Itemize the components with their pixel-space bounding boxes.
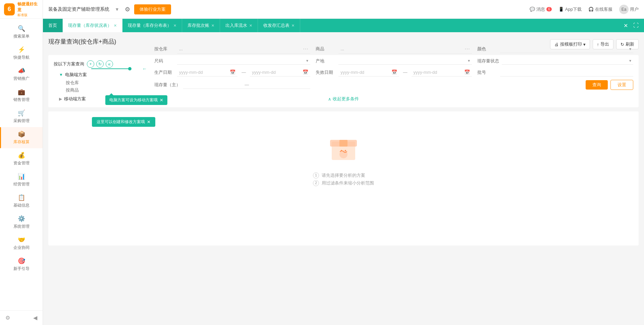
origin-chevron-icon: ▾ <box>468 58 470 63</box>
empty-illustration <box>323 131 364 166</box>
collapse-up-icon: ∧ <box>328 97 331 102</box>
warehouse-dots-icon[interactable]: ⋯ <box>303 46 308 52</box>
sidebar-item-system[interactable]: ⚙️ 系统管理 <box>0 212 43 233</box>
tab-batch[interactable]: 库存批次账 ✕ <box>182 19 220 32</box>
sidebar-item-purchase[interactable]: 🛒 采购管理 <box>0 106 43 127</box>
tab-close-batch[interactable]: ✕ <box>211 23 214 28</box>
sidebar-item-marketing[interactable]: 📣 营销推广 <box>0 64 43 85</box>
origin-select[interactable]: ▾ <box>338 57 472 65</box>
tab-close-inventory-status[interactable]: ✕ <box>114 23 117 28</box>
stock-status-chevron: ▾ <box>629 58 631 63</box>
refresh-scheme-btn[interactable]: ↻ <box>96 60 104 68</box>
scheme-mobile-label[interactable]: 移动端方案 <box>64 96 86 102</box>
tab-close-collect[interactable]: ✕ <box>291 23 294 28</box>
sidebar-item-basic[interactable]: 📋 基础信息 <box>0 191 43 212</box>
app-download-action[interactable]: 📱 App下载 <box>558 6 582 12</box>
mfg-date-input[interactable]: yyyy-mm-dd 📅 <box>177 68 237 76</box>
search-icon: 🔍 <box>18 25 25 32</box>
collapse-sidebar-icon[interactable]: ◀ <box>33 315 37 321</box>
add-scheme-btn[interactable]: + <box>87 60 94 68</box>
product-dots-icon[interactable]: ⋯ <box>465 46 470 52</box>
topbar-left: 装备及固定资产辅助管理系统 ▾ ⚙ 体验行业方案 <box>48 4 171 14</box>
tooltip-edit-close[interactable]: ✕ <box>147 119 151 124</box>
tabs-bar: 首页 现存量（库存状况表） ✕ 现存量（库存分布表） ✕ 库存批次账 ✕ 出入库… <box>43 19 644 32</box>
filter-size: 尺码 ▾ <box>154 57 310 65</box>
online-support-action[interactable]: 🎧 在线客服 <box>588 6 612 12</box>
tab-inout[interactable]: 出入库流水 ✕ <box>220 19 258 32</box>
inventory-icon: 📦 <box>18 130 25 138</box>
stock-status-select[interactable]: ▾ <box>502 57 633 65</box>
size-select[interactable]: ▾ <box>177 57 310 65</box>
filter-warehouse: 按仓库 ... ⋯ <box>154 44 310 54</box>
exp-date-end-cal-icon[interactable]: 📅 <box>464 69 470 75</box>
sidebar-item-quick[interactable]: ⚡ 快捷导航 <box>0 43 43 64</box>
filter-row1: 按仓库 ... ⋯ 商品 ... ⋯ 颜色 <box>154 44 633 54</box>
svg-rect-2 <box>339 140 347 147</box>
filter-product: 商品 ... ⋯ <box>316 44 472 54</box>
system-name: 装备及固定资产辅助管理系统 <box>48 6 109 12</box>
sidebar-item-guide[interactable]: 🎯 新手引导 <box>0 254 43 275</box>
finance-icon: 💰 <box>18 152 25 159</box>
tab-collect[interactable]: 收发存汇总表 ✕ <box>258 19 300 32</box>
query-button[interactable]: 查询 <box>586 80 608 90</box>
sidebar-item-sales[interactable]: 💼 销售管理 <box>0 85 43 106</box>
color-chevron-icon: ▾ <box>629 47 631 51</box>
marketing-icon: 📣 <box>18 67 25 74</box>
purchase-icon: 🛒 <box>18 109 25 117</box>
sidebar-item-enterprise[interactable]: 🤝 企业协同 <box>0 233 43 254</box>
collapse-btn[interactable]: ∧ 收起更多条件 <box>328 96 359 102</box>
system-dropdown-btn[interactable]: ▾ <box>113 6 121 13</box>
mfg-date-end-cal-icon[interactable]: 📅 <box>303 69 308 75</box>
sidebar-item-finance[interactable]: 💰 资金管理 <box>0 148 43 169</box>
headset-icon: 🎧 <box>588 7 594 12</box>
basic-icon: 📋 <box>18 194 25 201</box>
connector-dot <box>128 67 131 70</box>
exp-date-input[interactable]: yyyy-mm-dd 📅 <box>338 68 399 76</box>
tooltip-scheme-close[interactable]: ✕ <box>160 98 163 103</box>
tab-close-inventory-dist[interactable]: ✕ <box>173 23 176 28</box>
stock-main-input[interactable]: — <box>183 81 310 89</box>
filter-origin: 产地 ▾ <box>316 57 472 65</box>
stock-main-to[interactable] <box>250 82 308 87</box>
product-label: 商品 <box>316 46 336 52</box>
origin-label: 产地 <box>316 58 336 64</box>
tab-close-inout[interactable]: ✕ <box>249 23 252 28</box>
sidebar-item-search[interactable]: 🔍 搜索菜单 <box>0 21 43 43</box>
settings-bottom-icon[interactable]: ⚙ <box>5 315 10 321</box>
size-label: 尺码 <box>154 58 174 64</box>
product-select[interactable]: ... ⋯ <box>338 44 472 54</box>
size-chevron-icon: ▾ <box>306 58 308 63</box>
page-title: 现存量查询(按仓库+商品) <box>48 38 116 46</box>
settings-icon[interactable]: ⚙ <box>125 6 130 13</box>
edit-tooltip: 这里可以创建和修改方案哦 ✕ <box>92 117 155 127</box>
tab-inventory-dist[interactable]: 现存量（库存分布表） ✕ <box>122 19 182 32</box>
tab-close-all-icon[interactable]: ✕ <box>622 21 629 30</box>
message-action[interactable]: 💬 消息 6 <box>530 6 552 12</box>
connector-line <box>91 68 128 69</box>
stock-main-from[interactable] <box>185 82 243 87</box>
user-avatar: Ea <box>619 5 629 14</box>
results-area: 1 请先选择要分析的方案 2 用过滤条件来缩小分析范围 <box>48 111 639 246</box>
filter-fields: 按仓库 ... ⋯ 商品 ... ⋯ 颜色 <box>154 44 633 90</box>
main-content: 现存量查询(按仓库+商品) 🖨 按模板打印 ▾ ↑ 导出 ↻ 刷新 按以下方案查… <box>43 32 644 325</box>
tab-fullscreen-icon[interactable]: ⛶ <box>632 21 640 30</box>
scheme-pc-label[interactable]: 电脑端方案 <box>65 72 87 78</box>
batch-input[interactable] <box>500 68 633 76</box>
color-select[interactable]: ▾ <box>500 45 633 53</box>
user-action[interactable]: Ea 用户 <box>619 5 639 14</box>
exp-date-cal-icon[interactable]: 📅 <box>391 69 397 75</box>
exp-date-end-input[interactable]: yyyy-mm-dd 📅 <box>412 68 472 76</box>
tab-inventory-status[interactable]: 现存量（库存状况表） ✕ <box>63 19 122 32</box>
tab-home[interactable]: 首页 <box>43 19 63 32</box>
trial-button[interactable]: 体验行业方案 <box>134 4 171 14</box>
sidebar-item-inventory[interactable]: 📦 库存核算 <box>0 127 43 148</box>
filter-scheme-actions: + ↻ « <box>87 60 113 68</box>
filter-mfg-date: 生产日期 yyyy-mm-dd 📅 — yyyy-mm-dd 📅 <box>154 68 310 76</box>
sidebar-item-operation[interactable]: 📊 经营管理 <box>0 169 43 191</box>
mfg-date-cal-icon[interactable]: 📅 <box>230 69 235 75</box>
setting-button[interactable]: 设置 <box>610 80 633 90</box>
warehouse-select[interactable]: ... ⋯ <box>177 44 310 54</box>
empty-svg-icon <box>323 131 364 165</box>
mfg-date-end-input[interactable]: yyyy-mm-dd 📅 <box>250 68 310 76</box>
prev-scheme-btn[interactable]: « <box>106 60 113 68</box>
